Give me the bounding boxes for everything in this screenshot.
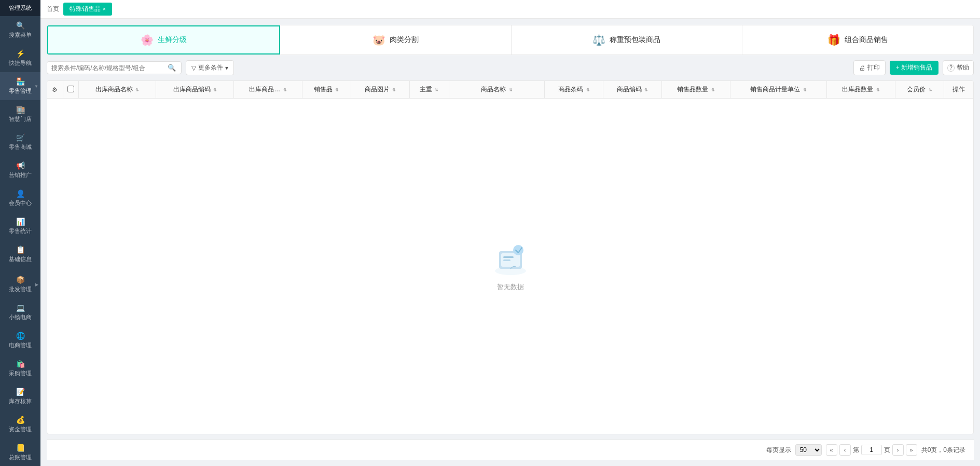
category-tab-weight[interactable]: ⚖️ 称重预包装商品 (512, 25, 743, 54)
sidebar-item-purchase[interactable]: 🛍️ 采购管理 (0, 354, 40, 382)
th-sale-item[interactable]: 销售品 ⇅ (302, 81, 351, 99)
sidebar-item-label: 搜索菜单 (9, 31, 32, 39)
sort-icon: ⇅ (586, 88, 590, 92)
sidebar-item-wholesale[interactable]: 📦 批发管理 (0, 270, 40, 298)
th-out-name[interactable]: 出库商品名称 ⇅ (78, 81, 156, 99)
fresh-icon: 🌸 (141, 34, 154, 46)
sidebar: 管理系统 🔍 搜索菜单 ⚡ 快捷导航 🏪 零售管理 🏬 智慧门店 🛒 零售商城 … (0, 0, 40, 466)
page-nav: « ‹ 第 页 › » (826, 444, 917, 456)
active-tab[interactable]: 特殊销售品 × (63, 3, 112, 16)
last-page-button[interactable]: » (906, 444, 917, 456)
th-sku[interactable]: 商品编码 ⇅ (603, 81, 662, 99)
page-unit-label: 页 (884, 446, 890, 455)
sidebar-item-label: 总账管理 (9, 454, 32, 461)
table-header: ⚙ 出库商品名称 ⇅ 出库商品编码 ⇅ (47, 81, 973, 99)
sidebar-item-smartstore[interactable]: 🏬 智慧门店 (0, 100, 40, 128)
category-tab-fresh[interactable]: 🌸 生鲜分级 (47, 25, 280, 54)
sidebar-item-retail[interactable]: 🏪 零售管理 (0, 72, 40, 100)
first-page-button[interactable]: « (826, 444, 837, 456)
th-out-spec[interactable]: 出库商品… ⇅ (234, 81, 302, 99)
bag-icon: 🛍️ (16, 360, 25, 368)
sidebar-item-smallshop[interactable]: 💻 小畅电商 (0, 298, 40, 326)
sort-icon: ⇅ (711, 88, 715, 92)
per-page-select[interactable]: 50 10 20 100 (795, 444, 822, 456)
th-weight[interactable]: 主重 ⇅ (409, 81, 449, 99)
sidebar-item-finance[interactable]: 💰 资金管理 (0, 410, 40, 438)
pagination: 每页显示 50 10 20 100 « ‹ 第 页 › » 共0页，0条记录 (47, 440, 974, 460)
th-checkbox[interactable] (63, 81, 78, 99)
globe-icon: 🌐 (16, 332, 25, 340)
category-tab-meat[interactable]: 🐷 肉类分割 (280, 25, 512, 54)
store-icon: 🏪 (16, 77, 25, 86)
print-button[interactable]: 🖨 打印 (853, 60, 886, 75)
home-link[interactable]: 首页 (47, 5, 59, 13)
megaphone-icon: 📢 (16, 161, 25, 170)
th-sale-unit[interactable]: 销售商品计量单位 ⇅ (730, 81, 827, 99)
sort-icon: ⇅ (509, 88, 513, 92)
sidebar-item-label: 采购管理 (9, 369, 32, 377)
sidebar-item-marketing[interactable]: 📢 营销推广 (0, 156, 40, 184)
search-input[interactable] (51, 64, 165, 72)
data-table-container: ⚙ 出库商品名称 ⇅ 出库商品编码 ⇅ (47, 80, 974, 434)
gift-icon: 🎁 (827, 34, 840, 46)
page-input[interactable] (861, 445, 882, 455)
filter-button[interactable]: ▽ 更多条件 ▾ (186, 60, 234, 75)
empty-state: 暂无数据 (47, 99, 973, 434)
search-box[interactable]: 🔍 (47, 61, 182, 74)
sidebar-item-label: 资金管理 (9, 426, 32, 433)
sort-icon: ⇅ (644, 88, 648, 92)
box-icon: 📦 (16, 276, 25, 284)
print-icon: 🖨 (859, 64, 865, 72)
sidebar-item-ledger[interactable]: 📒 总账管理 (0, 438, 40, 466)
sidebar-item-quicknav[interactable]: ⚡ 快捷导航 (0, 44, 40, 72)
sidebar-item-search[interactable]: 🔍 搜索菜单 (0, 16, 40, 44)
user-icon: 👤 (16, 189, 25, 198)
select-all-checkbox[interactable] (67, 86, 74, 92)
sidebar-item-retailstat[interactable]: 📊 零售统计 (0, 212, 40, 240)
chart-icon: 📊 (16, 217, 25, 226)
settings-icon: ⚙ (52, 86, 58, 93)
cat-tab-label: 肉类分割 (390, 35, 419, 45)
sidebar-item-label: 小畅电商 (9, 313, 32, 321)
smartstore-icon: 🏬 (16, 105, 25, 114)
th-out-qty[interactable]: 出库品数量 ⇅ (827, 81, 895, 99)
money-icon: 💰 (16, 416, 25, 424)
th-sale-qty[interactable]: 销售品数量 ⇅ (662, 81, 730, 99)
help-button[interactable]: ? 帮助 (943, 60, 974, 75)
sidebar-item-retailmall[interactable]: 🛒 零售商城 (0, 128, 40, 156)
sidebar-item-label: 基础信息 (9, 255, 32, 263)
th-name[interactable]: 商品名称 ⇅ (449, 81, 545, 99)
sidebar-item-label: 电商管理 (9, 341, 32, 349)
category-tab-combo[interactable]: 🎁 组合商品销售 (742, 25, 973, 54)
cat-tab-label: 称重预包装商品 (610, 35, 660, 45)
cat-tab-label: 组合商品销售 (845, 35, 888, 45)
th-out-code[interactable]: 出库商品编码 ⇅ (156, 81, 234, 99)
next-page-button[interactable]: › (892, 444, 904, 456)
filter-arrow-icon: ▾ (225, 64, 228, 72)
sidebar-item-basicinfo[interactable]: 📋 基础信息 (0, 240, 40, 268)
prev-page-button[interactable]: ‹ (839, 444, 851, 456)
sidebar-item-ecommerce[interactable]: 🌐 电商管理 (0, 326, 40, 354)
cart-icon: 🛒 (16, 133, 25, 142)
sort-icon: ⇅ (803, 88, 807, 92)
category-tabs: 🌸 生鲜分级 🐷 肉类分割 ⚖️ 称重预包装商品 🎁 组合商品销售 (47, 25, 974, 55)
th-barcode[interactable]: 商品条码 ⇅ (545, 81, 603, 99)
sidebar-item-label: 智慧门店 (9, 115, 32, 123)
sidebar-item-member[interactable]: 👤 会员中心 (0, 184, 40, 212)
sort-icon: ⇅ (283, 88, 287, 92)
sort-icon: ⇅ (213, 88, 217, 92)
add-button[interactable]: + 新增销售品 (890, 61, 938, 75)
sort-icon: ⇅ (135, 88, 139, 92)
data-table: ⚙ 出库商品名称 ⇅ 出库商品编码 ⇅ (47, 81, 973, 99)
tab-label: 特殊销售品 (70, 5, 101, 13)
sidebar-item-inventory[interactable]: 📝 库存核算 (0, 382, 40, 410)
clipboard-icon: 📋 (16, 245, 25, 254)
th-member-price[interactable]: 会员价 ⇅ (895, 81, 944, 99)
sort-icon: ⇅ (335, 88, 339, 92)
tab-close-button[interactable]: × (103, 6, 106, 12)
th-settings[interactable]: ⚙ (47, 81, 63, 99)
page-label: 第 (853, 446, 859, 455)
th-image[interactable]: 商品图片 ⇅ (351, 81, 409, 99)
sidebar-item-label: 库存核算 (9, 398, 32, 405)
svg-rect-5 (503, 259, 510, 261)
